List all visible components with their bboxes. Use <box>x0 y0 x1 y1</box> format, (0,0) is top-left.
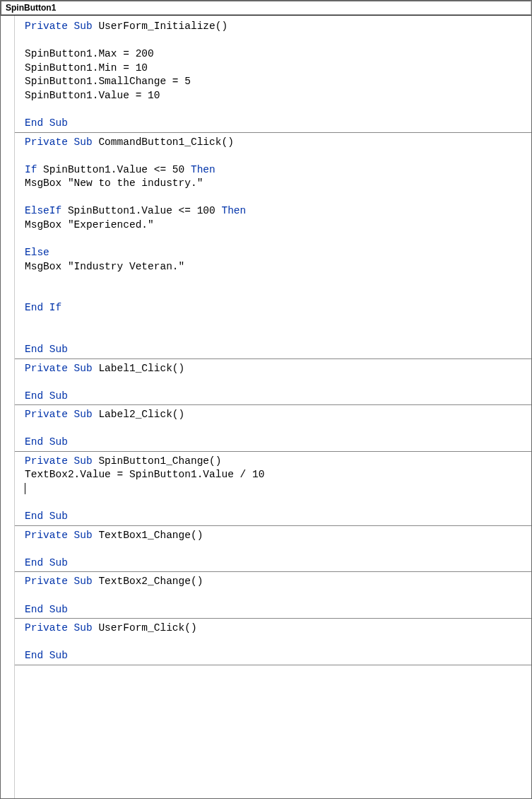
keyword-token: Private Sub <box>25 409 98 420</box>
code-line[interactable] <box>25 288 531 302</box>
code-line[interactable] <box>25 329 531 343</box>
keyword-token: Private Sub <box>25 21 98 32</box>
code-line[interactable]: End Sub <box>25 436 531 450</box>
keyword-token: Private Sub <box>25 622 98 634</box>
code-line[interactable]: MsgBox "New to the industry." <box>25 177 531 191</box>
keyword-token: Private Sub <box>25 455 98 467</box>
keyword-token: End Sub <box>25 511 68 522</box>
keyword-token: If <box>25 164 43 175</box>
code-line[interactable] <box>25 274 531 288</box>
object-procedure-dropdown-bar: SpinButton1 <box>1 1 531 16</box>
code-line[interactable]: End If <box>25 301 531 315</box>
code-line[interactable]: SpinButton1.Max = 200 <box>25 47 531 62</box>
procedure-separator <box>15 404 531 405</box>
code-line[interactable] <box>25 589 531 603</box>
code-line[interactable] <box>25 636 531 650</box>
code-line[interactable]: If SpinButton1.Value <= 50 Then <box>25 163 531 177</box>
code-line[interactable]: MsgBox "Industry Veteran." <box>25 260 531 274</box>
code-editor-container: Private Sub UserForm_Initialize() SpinBu… <box>1 16 531 798</box>
procedure-separator <box>15 665 531 665</box>
procedure-separator <box>15 618 531 619</box>
code-line[interactable]: Private Sub SpinButton1_Change() <box>25 455 531 469</box>
procedure-separator <box>15 451 531 452</box>
keyword-token: Private Sub <box>25 530 98 541</box>
procedure-separator <box>15 358 531 359</box>
code-token: Label2_Click() <box>98 409 184 420</box>
code-token: SpinButton1_Change() <box>98 455 221 467</box>
code-line[interactable]: MsgBox "Experienced." <box>25 218 531 233</box>
code-line[interactable]: End Sub <box>25 390 531 404</box>
keyword-token: End Sub <box>25 436 68 448</box>
keyword-token: Private Sub <box>25 576 98 587</box>
keyword-token: End Sub <box>25 604 68 615</box>
code-line[interactable]: Else <box>25 246 531 260</box>
code-token: UserForm_Click() <box>98 622 196 634</box>
code-token: TextBox1_Change() <box>98 530 203 541</box>
code-line[interactable] <box>25 34 531 48</box>
code-token: CommandButton1_Click() <box>98 136 233 148</box>
code-line[interactable] <box>25 482 531 496</box>
code-line[interactable] <box>25 542 531 556</box>
code-line[interactable] <box>25 103 531 117</box>
object-dropdown[interactable]: SpinButton1 <box>1 1 531 15</box>
code-token: MsgBox "Experienced." <box>25 219 154 231</box>
code-line[interactable]: Private Sub UserForm_Click() <box>25 622 531 636</box>
code-token: SpinButton1.SmallChange = 5 <box>25 76 191 87</box>
code-line[interactable]: Private Sub CommandButton1_Click() <box>25 136 531 150</box>
code-token: SpinButton1.Value <= 50 <box>43 164 191 175</box>
code-line[interactable]: Private Sub Label1_Click() <box>25 362 531 376</box>
keyword-token: Private Sub <box>25 136 98 148</box>
keyword-token: End Sub <box>25 390 68 402</box>
keyword-token: End Sub <box>25 344 68 355</box>
keyword-token: End Sub <box>25 557 68 568</box>
code-line[interactable] <box>25 315 531 329</box>
code-token: MsgBox "Industry Veteran." <box>25 261 184 272</box>
code-line[interactable]: Private Sub TextBox2_Change() <box>25 575 531 589</box>
code-line[interactable] <box>25 496 531 511</box>
procedure-separator <box>15 132 531 133</box>
code-token: UserForm_Initialize() <box>98 21 227 32</box>
object-dropdown-value: SpinButton1 <box>6 2 56 13</box>
code-line[interactable]: End Sub <box>25 649 531 663</box>
code-line[interactable]: TextBox2.Value = SpinButton1.Value / 10 <box>25 468 531 482</box>
keyword-token: Private Sub <box>25 363 98 374</box>
code-line[interactable]: SpinButton1.Value = 10 <box>25 89 531 103</box>
keyword-token: End If <box>25 302 61 313</box>
code-line[interactable]: SpinButton1.Min = 10 <box>25 62 531 76</box>
keyword-token: Else <box>25 247 49 258</box>
code-line[interactable] <box>25 375 531 390</box>
code-line[interactable]: Private Sub TextBox1_Change() <box>25 529 531 543</box>
keyword-token: End Sub <box>25 117 68 129</box>
breakpoint-margin[interactable] <box>1 16 15 798</box>
keyword-token: Then <box>221 205 246 216</box>
code-line[interactable]: ElseIf SpinButton1.Value <= 100 Then <box>25 204 531 218</box>
code-line[interactable]: SpinButton1.SmallChange = 5 <box>25 75 531 89</box>
code-line[interactable]: Private Sub UserForm_Initialize() <box>25 20 531 34</box>
code-token: Label1_Click() <box>98 363 184 374</box>
code-line[interactable] <box>25 149 531 163</box>
code-token: TextBox2.Value = SpinButton1.Value / 10 <box>25 469 264 480</box>
code-line[interactable]: End Sub <box>25 603 531 617</box>
code-token: SpinButton1.Value = 10 <box>25 90 160 101</box>
text-cursor <box>25 483 25 494</box>
code-token: SpinButton1.Min = 10 <box>25 62 148 74</box>
code-token: TextBox2_Change() <box>98 576 203 587</box>
code-line[interactable] <box>25 232 531 246</box>
code-token: SpinButton1.Value <= 100 <box>68 205 222 216</box>
code-line[interactable]: End Sub <box>25 343 531 357</box>
keyword-token: ElseIf <box>25 205 68 216</box>
code-line[interactable]: End Sub <box>25 556 531 571</box>
code-token: SpinButton1.Max = 200 <box>25 48 154 59</box>
code-line[interactable] <box>25 191 531 205</box>
code-line[interactable]: End Sub <box>25 510 531 524</box>
procedure-separator <box>15 525 531 526</box>
keyword-token: End Sub <box>25 650 68 661</box>
code-line[interactable]: Private Sub Label2_Click() <box>25 408 531 422</box>
code-line[interactable] <box>25 422 531 436</box>
code-token: MsgBox "New to the industry." <box>25 177 203 189</box>
code-editor[interactable]: Private Sub UserForm_Initialize() SpinBu… <box>15 16 531 798</box>
procedure-separator <box>15 571 531 572</box>
code-line[interactable]: End Sub <box>25 117 531 131</box>
keyword-token: Then <box>191 164 215 175</box>
